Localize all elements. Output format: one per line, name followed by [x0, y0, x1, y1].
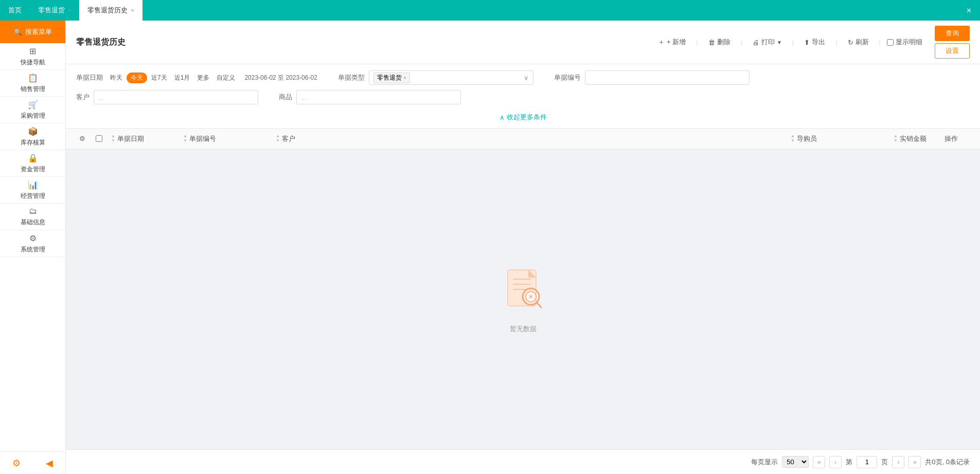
sidebar: 🔍 搜索菜单 ⊞ 快捷导航 📋 销售管理 🛒 采购管理 📦 库 — [0, 21, 66, 474]
tab-retail-return-history[interactable]: 零售退货历史 × — [79, 0, 142, 21]
query-button[interactable]: 查询 — [935, 26, 970, 41]
new-label: + 新增 — [667, 38, 686, 47]
th-guide: ▲▼ 导购员 — [787, 134, 869, 143]
goods-input[interactable]: ... — [296, 90, 461, 104]
th-customer-label: 客户 — [282, 134, 295, 143]
show-detail-checkbox-label[interactable]: 显示明细 — [887, 38, 922, 47]
page-label: 第 — [846, 458, 852, 467]
sidebar-item-operations-label: 经营管理 — [21, 192, 45, 200]
sidebar-item-sales-mgmt[interactable]: 📋 销售管理 — [0, 70, 65, 97]
sidebar-bottom: ⚙ ◀ — [0, 451, 65, 474]
show-detail-label: 显示明细 — [896, 38, 922, 47]
th-date-sort[interactable]: ▲▼ — [111, 134, 115, 143]
tab-home[interactable]: 首页 — [0, 0, 30, 21]
sidebar-item-finance[interactable]: 🔒 资金管理 — [0, 150, 65, 177]
select-all-checkbox[interactable] — [96, 135, 102, 142]
tab-retail-return-close[interactable]: × — [68, 7, 71, 13]
tab-retail-return-history-close[interactable]: × — [131, 7, 134, 13]
th-docno-sort[interactable]: ▲▼ — [183, 134, 187, 143]
filter-date-item: 单据日期 昨天 今天 近7天 近1月 更多 自定义 2023-06-02 至 2… — [76, 72, 317, 83]
docno-label: 单据编号 — [554, 73, 581, 82]
th-customer: ▲▼ 客户 — [272, 134, 787, 143]
new-button[interactable]: ＋ + 新增 — [654, 35, 690, 49]
settings-icon[interactable]: ⚙ — [12, 458, 21, 469]
date-btn-custom[interactable]: 自定义 — [213, 72, 238, 83]
goods-placeholder: ... — [301, 94, 307, 101]
collapse-bar[interactable]: ∧ 收起更多条件 — [76, 110, 970, 122]
pagination: 每页显示 50 100 200 « ‹ 第 页 › » 共0页, 0条记录 — [66, 449, 980, 474]
print-arrow-icon: ▼ — [777, 40, 782, 45]
doctype-label: 单据类型 — [338, 73, 365, 82]
customer-input[interactable]: ... — [94, 90, 258, 104]
collapse-sidebar-icon[interactable]: ◀ — [46, 458, 53, 469]
show-detail-checkbox[interactable] — [887, 39, 894, 46]
sidebar-item-basic-info[interactable]: 🗂 基础信息 — [0, 204, 65, 230]
th-amount-label: 实销金额 — [900, 134, 926, 143]
delete-button[interactable]: 🗑 删除 — [704, 35, 735, 49]
th-guide-label: 导购员 — [797, 134, 817, 143]
doctype-dropdown-arrow[interactable]: ∨ — [524, 74, 529, 82]
page-last-btn[interactable]: » — [908, 456, 921, 468]
system-mgmt-icon: ⚙ — [29, 233, 37, 243]
page-input[interactable] — [857, 456, 877, 468]
empty-state: 暂无数据 — [66, 149, 980, 449]
date-btn-1month[interactable]: 近1月 — [171, 72, 193, 83]
total-label: 共0页, 0条记录 — [925, 458, 970, 467]
date-btn-today[interactable]: 今天 — [127, 72, 147, 83]
tab-retail-return[interactable]: 零售退货 × — [30, 0, 79, 21]
sidebar-nav: ⊞ 快捷导航 📋 销售管理 🛒 采购管理 📦 库存核算 🔒 资金管理 — [0, 43, 65, 257]
sidebar-search[interactable]: 🔍 搜索菜单 — [0, 21, 65, 43]
divider4: | — [835, 39, 837, 46]
filter-goods-item: 商品 ... — [279, 90, 461, 104]
per-page-select[interactable]: 50 100 200 — [782, 456, 809, 468]
page-next-btn[interactable]: › — [892, 456, 904, 468]
sidebar-item-inventory[interactable]: 📦 库存核算 — [0, 123, 65, 150]
customer-placeholder: ... — [98, 94, 104, 101]
doctype-tag: 零售退货 × — [373, 72, 410, 83]
page-prev-btn[interactable]: ‹ — [829, 456, 842, 468]
toolbar: ＋ + 新增 | 🗑 删除 | 🖨 打印 ▼ | — [654, 26, 970, 59]
date-btn-7days[interactable]: 近7天 — [148, 72, 170, 83]
tab-home-label: 首页 — [8, 6, 22, 15]
quick-nav-icon: ⊞ — [29, 46, 36, 56]
delete-label: 删除 — [717, 38, 730, 47]
tab-retail-return-label: 零售退货 — [38, 6, 65, 15]
sidebar-item-sales-mgmt-label: 销售管理 — [21, 85, 45, 94]
sidebar-item-system-mgmt[interactable]: ⚙ 系统管理 — [0, 230, 65, 257]
docno-input[interactable] — [585, 70, 750, 85]
sidebar-item-purchase-mgmt[interactable]: 🛒 采购管理 — [0, 97, 65, 123]
set-button[interactable]: 设置 — [935, 43, 970, 59]
doctype-container[interactable]: 零售退货 × ∨ — [369, 70, 533, 85]
filter-area: 单据日期 昨天 今天 近7天 近1月 更多 自定义 2023-06-02 至 2… — [66, 64, 980, 129]
page-title: 零售退货历史 — [76, 37, 126, 48]
sidebar-item-quick-nav[interactable]: ⊞ 快捷导航 — [0, 43, 65, 70]
empty-text: 暂无数据 — [510, 324, 537, 334]
export-button[interactable]: ⬆ 导出 — [800, 35, 829, 49]
date-btn-yesterday[interactable]: 昨天 — [107, 72, 126, 83]
date-shortcuts: 昨天 今天 近7天 近1月 更多 自定义 — [107, 72, 238, 83]
table-settings-icon[interactable]: ⚙ — [74, 135, 91, 142]
filter-doctype-item: 单据类型 零售退货 × ∨ — [338, 70, 533, 85]
print-button[interactable]: 🖨 打印 ▼ — [749, 35, 786, 49]
table-select-all[interactable] — [91, 135, 107, 142]
finance-icon: 🔒 — [28, 153, 38, 163]
filter-row-1: 单据日期 昨天 今天 近7天 近1月 更多 自定义 2023-06-02 至 2… — [76, 70, 970, 85]
sidebar-item-purchase-mgmt-label: 采购管理 — [21, 112, 45, 120]
doctype-tag-close[interactable]: × — [403, 75, 406, 81]
th-docno-label: 单据编号 — [189, 134, 216, 143]
th-amount-sort[interactable]: ▲▼ — [894, 134, 898, 143]
sidebar-item-operations[interactable]: 📊 经营管理 — [0, 177, 65, 204]
print-label: 打印 — [761, 38, 775, 47]
th-docno: ▲▼ 单据编号 — [179, 134, 272, 143]
sidebar-item-finance-label: 资金管理 — [21, 165, 45, 174]
th-customer-sort[interactable]: ▲▼ — [276, 134, 280, 143]
page-first-btn[interactable]: « — [813, 456, 825, 468]
date-btn-more[interactable]: 更多 — [194, 72, 212, 83]
top-bar: 首页 零售退货 × 零售退货历史 × ✕ — [0, 0, 980, 21]
doctype-tag-label: 零售退货 — [377, 74, 402, 82]
sidebar-item-basic-info-label: 基础信息 — [21, 218, 45, 227]
refresh-button[interactable]: ↻ 刷新 — [844, 35, 873, 49]
top-bar-close[interactable]: ✕ — [966, 7, 980, 14]
th-guide-sort[interactable]: ▲▼ — [791, 134, 795, 143]
sidebar-item-system-mgmt-label: 系统管理 — [21, 245, 45, 254]
